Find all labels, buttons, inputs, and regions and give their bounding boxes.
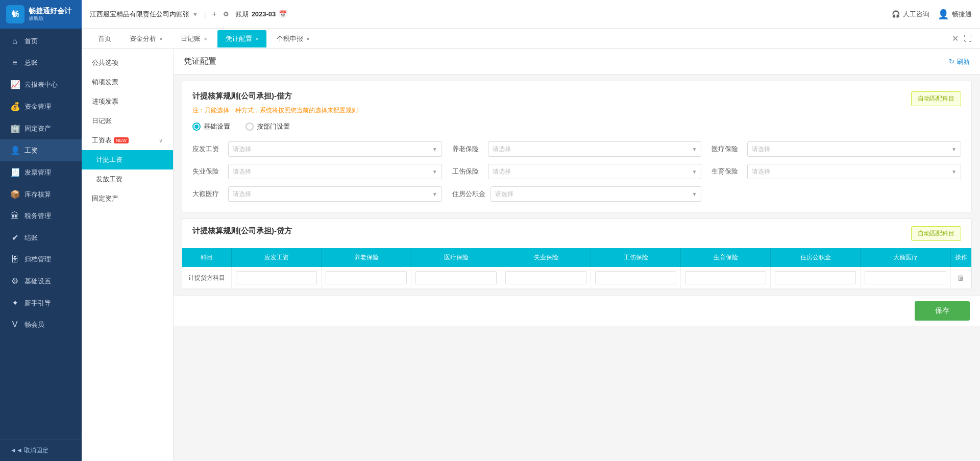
sidebar-label-guide: 新手引导 — [24, 299, 51, 308]
tab-journal[interactable]: 日记账 × — [173, 30, 215, 47]
tab-finance-close[interactable]: × — [159, 36, 162, 42]
select-yanglao-baoxian[interactable]: 请选择 ▼ — [488, 141, 702, 157]
sidebar-item-guide[interactable]: ✦ 新手引导 — [0, 292, 82, 314]
field-daee-yiliao: 大额医疗 请选择 ▼ — [192, 186, 442, 202]
sidebar-item-archive[interactable]: 🗄 归档管理 — [0, 249, 82, 270]
left-menu-payout[interactable]: 发放工资 — [82, 169, 173, 189]
radio-group: 基础设置 按部门设置 — [192, 122, 961, 131]
sidebar-unpin[interactable]: ◄◄ 取消固定 — [0, 440, 82, 461]
td-shengyu-input-cell — [681, 267, 771, 289]
radio-basic-inner — [194, 125, 199, 129]
refresh-button[interactable]: ↻ 刷新 — [949, 57, 970, 66]
sidebar-item-vip[interactable]: V 畅会员 — [0, 314, 82, 335]
td-yanglao-input-cell — [322, 267, 411, 289]
credit-section-title: 计提核算规则(公司承担)-贷方 — [192, 226, 292, 236]
sidebar-label-reports: 云报表中心 — [24, 80, 58, 89]
input-yanglao[interactable] — [326, 271, 407, 284]
auto-match-debit-button[interactable]: 自动匹配科目 — [911, 91, 961, 106]
input-zhufang[interactable] — [775, 271, 856, 284]
left-menu-fixed-assets[interactable]: 固定资产 — [82, 189, 173, 208]
calendar-icon[interactable]: 📅 — [279, 10, 287, 18]
radio-dept[interactable]: 按部门设置 — [246, 122, 290, 131]
left-menu-journal[interactable]: 日记账 — [82, 111, 173, 131]
sidebar-item-finance[interactable]: 💰 资金管理 — [0, 95, 82, 117]
expand-window-icon[interactable]: ⛶ — [964, 34, 972, 43]
td-yingfa-input-cell — [232, 267, 322, 289]
sidebar-item-salary[interactable]: 👤 工资 — [0, 139, 82, 161]
save-button[interactable]: 保存 — [915, 301, 970, 321]
td-zhufang-input-cell — [771, 267, 861, 289]
user-menu[interactable]: 👤 畅捷通 — [938, 9, 972, 20]
sidebar-item-ledger[interactable]: ≡ 总账 — [0, 52, 82, 74]
select-daee-yiliao[interactable]: 请选择 ▼ — [228, 186, 442, 202]
select-shengyu-baoxian[interactable]: 请选择 ▼ — [747, 164, 961, 179]
auto-match-credit-button[interactable]: 自动匹配科目 — [911, 226, 961, 241]
select-shiye-baoxian[interactable]: 请选择 ▼ — [228, 164, 442, 179]
radio-dept-circle — [246, 123, 254, 131]
sidebar-label-inventory: 库存核算 — [24, 190, 51, 199]
td-subject-label: 计提贷方科目 — [182, 267, 232, 289]
select-shengyu-placeholder: 请选择 — [752, 167, 770, 176]
left-menu-purchase[interactable]: 进项发票 — [82, 92, 173, 111]
left-menu-accrual[interactable]: 计提工资 — [82, 150, 173, 169]
select-daee-placeholder: 请选择 — [233, 190, 251, 199]
close-window-icon[interactable]: ✕ — [952, 34, 959, 43]
sidebar-item-invoice[interactable]: 🧾 发票管理 — [0, 161, 82, 183]
left-menu-sales-label: 销项发票 — [92, 78, 118, 87]
sidebar-item-assets[interactable]: 🏢 固定资产 — [0, 117, 82, 139]
credit-table-wrapper: 科目 应发工资 养老保险 医疗保险 失业保险 工伤保险 生育保险 住房公积金 大… — [182, 248, 971, 289]
tab-home-label: 首页 — [98, 34, 111, 43]
th-zhufang: 住房公积金 — [771, 248, 861, 267]
invoice-icon: 🧾 — [10, 167, 19, 177]
field-yiliao-baoxian: 医疗保险 请选择 ▼ — [712, 141, 961, 157]
select-gongshang-baoxian[interactable]: 请选择 ▼ — [488, 164, 702, 179]
field-gongshang-baoxian: 工伤保险 请选择 ▼ — [452, 164, 702, 179]
tab-voucher-close[interactable]: × — [255, 36, 258, 42]
select-yingfa-gongzi[interactable]: 请选择 ▼ — [228, 141, 442, 157]
field-yingfa-gongzi: 应发工资 请选择 ▼ — [192, 141, 442, 157]
company-dropdown-icon: ▼ — [192, 11, 198, 17]
expand-icon: ∨ — [159, 137, 163, 144]
tab-tax-label: 个税申报 — [277, 34, 303, 43]
select-zhufang-gongjijin[interactable]: 请选择 ▼ — [491, 186, 702, 202]
company-selector[interactable]: 江西服宝精品有限责任公司内账张 ▼ — [90, 10, 198, 19]
input-daee[interactable] — [865, 271, 946, 284]
sidebar-label-invoice: 发票管理 — [24, 168, 51, 177]
page-content: 凭证配置 ↻ 刷新 计提核算规则(公司承担)-借方 注：只能选择一种方式，系统将… — [174, 49, 980, 461]
tab-voucher[interactable]: 凭证配置 × — [217, 30, 266, 47]
tab-home[interactable]: 首页 — [90, 30, 119, 47]
tab-finance-label: 资金分析 — [130, 34, 156, 43]
left-menu-public[interactable]: 公共选项 — [82, 53, 173, 72]
sidebar-item-home[interactable]: ⌂ 首页 — [0, 31, 82, 52]
tab-journal-close[interactable]: × — [204, 36, 207, 42]
input-gongshang[interactable] — [595, 271, 676, 284]
support-button[interactable]: 🎧 人工咨询 — [892, 10, 929, 19]
label-yiliao-baoxian: 医疗保险 — [712, 144, 742, 154]
tab-tax-close[interactable]: × — [306, 36, 309, 42]
sidebar-item-settings[interactable]: ⚙ 基础设置 — [0, 270, 82, 292]
input-shengyu[interactable] — [685, 271, 766, 284]
settings-button[interactable]: ⚙ — [223, 10, 229, 18]
input-yiliao[interactable] — [415, 271, 497, 284]
left-menu-salary-table[interactable]: 工资表 NEW ∨ — [82, 131, 173, 150]
radio-basic[interactable]: 基础设置 — [192, 122, 230, 131]
input-yingfa[interactable] — [236, 271, 317, 284]
sidebar-item-tax[interactable]: 🏛 税务管理 — [0, 205, 82, 227]
tab-bar: 首页 资金分析 × 日记账 × 凭证配置 × 个税申报 × ✕ ⛶ — [82, 29, 980, 49]
tab-tax[interactable]: 个税申报 × — [268, 30, 317, 47]
sidebar-item-checkout[interactable]: ✔ 结账 — [0, 227, 82, 249]
label-yingfa-gongzi: 应发工资 — [192, 144, 223, 154]
sidebar-item-inventory[interactable]: 📦 库存核算 — [0, 183, 82, 205]
chevron-down-icon: ▼ — [432, 147, 437, 152]
delete-row-button[interactable]: 🗑 — [957, 274, 964, 282]
input-shiye[interactable] — [505, 271, 586, 284]
chevron-down-icon-2: ▼ — [692, 147, 697, 152]
left-menu-sales[interactable]: 销项发票 — [82, 72, 173, 92]
sidebar-item-reports[interactable]: 📈 云报表中心 — [0, 74, 82, 95]
select-yiliao-baoxian[interactable]: 请选择 ▼ — [747, 141, 961, 157]
td-shiye-input-cell — [501, 267, 591, 289]
add-company-button[interactable]: + — [212, 10, 216, 19]
tab-finance[interactable]: 资金分析 × — [121, 30, 170, 47]
ledger-icon: ≡ — [10, 58, 19, 67]
sidebar-label-archive: 归档管理 — [24, 255, 51, 264]
